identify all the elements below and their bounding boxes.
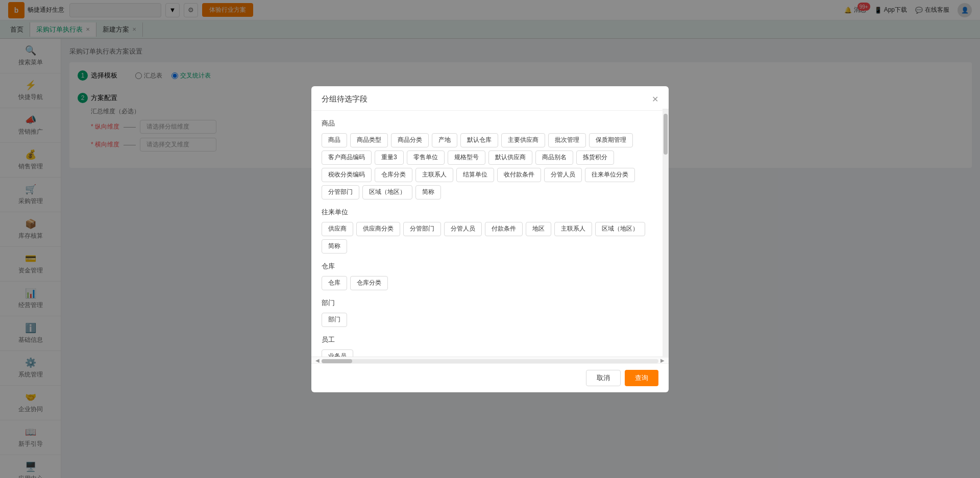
field-supplier-category[interactable]: 供应商分类 xyxy=(356,222,400,236)
section-product-title: 商品 xyxy=(322,119,658,128)
modal-overlay: 分组待选字段 ✕ 商品 商品 商品类型 商品分类 产地 默认仓库 主要供应商 批… xyxy=(0,0,980,478)
field-dept-manager[interactable]: 分管人员 xyxy=(544,168,582,182)
field-warehouse-category[interactable]: 仓库分类 xyxy=(375,168,412,182)
field-pick-points[interactable]: 拣货积分 xyxy=(576,150,614,165)
modal-body: 商品 商品 商品类型 商品分类 产地 默认仓库 主要供应商 批次管理 保质期管理… xyxy=(311,111,669,357)
field-abbr2[interactable]: 简称 xyxy=(322,239,347,254)
section-transaction-title: 往来单位 xyxy=(322,208,658,217)
section-transaction: 往来单位 供应商 供应商分类 分管部门 分管人员 付款条件 地区 主联系人 区域… xyxy=(322,208,658,254)
section-employee-title: 员工 xyxy=(322,335,658,344)
vertical-scrollbar-track xyxy=(663,109,669,358)
field-origin[interactable]: 产地 xyxy=(432,133,457,147)
field-payment-terms[interactable]: 收付款条件 xyxy=(497,168,541,182)
field-weight[interactable]: 重量3 xyxy=(375,150,404,165)
section-product: 商品 商品 商品类型 商品分类 产地 默认仓库 主要供应商 批次管理 保质期管理… xyxy=(322,119,658,199)
section-dept-title: 部门 xyxy=(322,298,658,308)
scroll-right-arrow[interactable]: ▶ xyxy=(660,357,665,363)
modal-footer: 取消 查询 xyxy=(311,363,669,392)
field-payment-cond[interactable]: 付款条件 xyxy=(485,222,523,236)
modal-close-btn[interactable]: ✕ xyxy=(652,94,658,104)
field-batch-mgmt[interactable]: 批次管理 xyxy=(548,133,586,147)
section-warehouse: 仓库 仓库 仓库分类 xyxy=(322,262,658,290)
dept-fields: 部门 xyxy=(322,313,658,327)
field-managing-dept2[interactable]: 分管部门 xyxy=(403,222,441,236)
field-product-category[interactable]: 商品分类 xyxy=(391,133,429,147)
field-abbr[interactable]: 简称 xyxy=(415,185,441,199)
field-region[interactable]: 区域（地区） xyxy=(362,185,412,199)
field-dept[interactable]: 部门 xyxy=(322,313,347,327)
field-product-type[interactable]: 商品类型 xyxy=(350,133,388,147)
scroll-left-arrow[interactable]: ◀ xyxy=(315,357,320,363)
field-transaction-category[interactable]: 往来单位分类 xyxy=(585,168,635,182)
field-default-supplier[interactable]: 默认供应商 xyxy=(488,150,532,165)
modal-header: 分组待选字段 ✕ xyxy=(311,86,669,111)
field-managing-dept[interactable]: 分管部门 xyxy=(322,185,359,199)
vertical-scrollbar-thumb[interactable] xyxy=(664,114,668,155)
product-fields: 商品 商品类型 商品分类 产地 默认仓库 主要供应商 批次管理 保质期管理 客户… xyxy=(322,133,658,199)
field-customer-code[interactable]: 客户商品编码 xyxy=(322,150,372,165)
field-settlement-unit[interactable]: 结算单位 xyxy=(456,168,494,182)
field-shelf-life[interactable]: 保质期管理 xyxy=(589,133,633,147)
field-retail-unit[interactable]: 零售单位 xyxy=(407,150,445,165)
field-product[interactable]: 商品 xyxy=(322,133,347,147)
section-dept: 部门 部门 xyxy=(322,298,658,327)
field-salesperson[interactable]: 业务员 xyxy=(322,349,353,357)
section-employee: 员工 业务员 xyxy=(322,335,658,357)
scrollbar-track xyxy=(322,359,658,363)
field-warehouse-cat[interactable]: 仓库分类 xyxy=(350,276,388,290)
warehouse-fields: 仓库 仓库分类 xyxy=(322,276,658,290)
field-manager2[interactable]: 分管人员 xyxy=(444,222,482,236)
field-main-contact2[interactable]: 主联系人 xyxy=(554,222,592,236)
field-main-contact[interactable]: 主联系人 xyxy=(415,168,453,182)
field-default-warehouse[interactable]: 默认仓库 xyxy=(460,133,498,147)
modal-title: 分组待选字段 xyxy=(322,94,368,104)
section-warehouse-title: 仓库 xyxy=(322,262,658,271)
scrollbar-thumb[interactable] xyxy=(322,359,352,363)
field-main-supplier[interactable]: 主要供应商 xyxy=(501,133,545,147)
field-spec-model[interactable]: 规格型号 xyxy=(448,150,485,165)
field-tax-code[interactable]: 税收分类编码 xyxy=(322,168,372,182)
transaction-fields: 供应商 供应商分类 分管部门 分管人员 付款条件 地区 主联系人 区域（地区） … xyxy=(322,222,658,254)
field-supplier[interactable]: 供应商 xyxy=(322,222,353,236)
field-area[interactable]: 地区 xyxy=(526,222,551,236)
field-product-alias[interactable]: 商品别名 xyxy=(535,150,573,165)
cancel-button[interactable]: 取消 xyxy=(586,370,621,386)
confirm-button[interactable]: 查询 xyxy=(625,370,658,386)
field-select-modal: 分组待选字段 ✕ 商品 商品 商品类型 商品分类 产地 默认仓库 主要供应商 批… xyxy=(311,86,669,392)
field-warehouse[interactable]: 仓库 xyxy=(322,276,347,290)
field-region2[interactable]: 区域（地区） xyxy=(595,222,645,236)
employee-fields: 业务员 xyxy=(322,349,658,357)
modal-horizontal-scrollbar[interactable]: ◀ ▶ xyxy=(311,357,669,363)
modal-vertical-scrollbar[interactable] xyxy=(663,109,669,358)
